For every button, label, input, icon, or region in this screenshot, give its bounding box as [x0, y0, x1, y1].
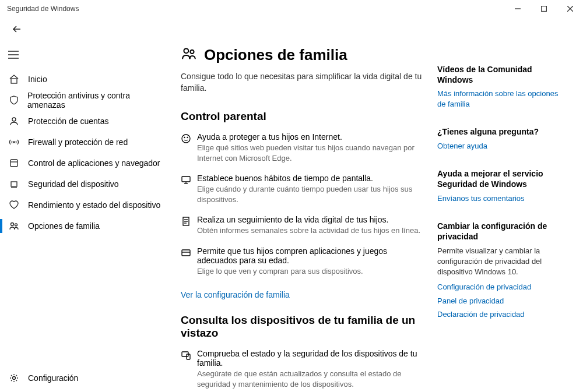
- aside-heading-improve: Ayuda a mejorar el servicio Seguridad de…: [437, 168, 560, 189]
- gear-icon: [8, 372, 20, 384]
- svg-point-18: [184, 48, 188, 53]
- sidebar-item-label: Seguridad del dispositivo: [28, 179, 119, 189]
- devices-icon: [181, 350, 191, 361]
- aside-link-privacy-statement[interactable]: Declaración de privacidad: [437, 309, 560, 320]
- signal-icon: [8, 136, 20, 148]
- svg-point-15: [11, 223, 14, 226]
- link-family-settings[interactable]: Ver la configuración de familia: [181, 290, 290, 299]
- feature-screentime: Establece buenos hábitos de tiempo de pa…: [181, 174, 426, 204]
- sidebar-item-label: Configuración: [28, 373, 78, 383]
- aside-link-privacy-settings[interactable]: Configuración de privacidad: [437, 282, 560, 292]
- sidebar: Inicio Protección antivirus y contra ame…: [0, 41, 163, 392]
- feature-title: Comprueba el estado y la seguridad de lo…: [197, 349, 426, 368]
- aside-link-feedback[interactable]: Envíanos tus comentarios: [437, 193, 560, 204]
- svg-point-22: [187, 137, 188, 138]
- sidebar-item-label: Inicio: [28, 75, 47, 84]
- monitor-icon: [181, 175, 191, 185]
- feature-desc: Asegúrate de que están actualizados y co…: [197, 369, 426, 389]
- svg-point-10: [13, 142, 15, 143]
- heart-icon: [8, 199, 20, 211]
- sidebar-item-label: Rendimiento y estado del dispositivo: [28, 200, 160, 210]
- shield-icon: [8, 94, 19, 106]
- sidebar-item-label: Control de aplicaciones y navegador: [28, 158, 160, 168]
- svg-rect-30: [182, 250, 190, 256]
- feature-internet: Ayuda a proteger a tus hijos en Internet…: [181, 132, 426, 163]
- feature-desc: Elige qué sitios web pueden visitar tus …: [197, 143, 426, 163]
- minimize-button[interactable]: [504, 0, 531, 17]
- sidebar-item-account[interactable]: Protección de cuentas: [0, 111, 163, 132]
- feature-purchases: Permite que tus hijos compren aplicacion…: [181, 246, 426, 277]
- hamburger-menu[interactable]: [0, 43, 163, 66]
- sidebar-item-settings[interactable]: Configuración: [0, 368, 163, 389]
- svg-rect-1: [541, 6, 546, 12]
- sidebar-item-label: Opciones de familia: [28, 221, 100, 231]
- svg-point-16: [15, 224, 17, 226]
- feature-desc: Elige lo que ven y compran para sus disp…: [197, 266, 426, 277]
- person-icon: [8, 115, 20, 127]
- sidebar-item-appcontrol[interactable]: Control de aplicaciones y navegador: [0, 153, 163, 174]
- feature-title: Ayuda a proteger a tus hijos en Internet…: [197, 132, 426, 142]
- sidebar-item-label: Protección antivirus y contra amenazas: [27, 91, 163, 110]
- svg-rect-13: [11, 182, 17, 186]
- svg-point-17: [13, 377, 16, 380]
- page-title: Opciones de familia: [204, 46, 347, 64]
- sidebar-item-device-security[interactable]: Seguridad del dispositivo: [0, 174, 163, 195]
- svg-point-21: [184, 137, 185, 138]
- page-subtitle: Consigue todo lo que necesitas para simp…: [181, 71, 426, 94]
- report-icon: [181, 216, 191, 227]
- aside-link-privacy-panel[interactable]: Panel de privacidad: [437, 296, 560, 306]
- arrow-left-icon: [12, 24, 22, 34]
- smile-icon: [181, 133, 191, 144]
- titlebar: Seguridad de Windows: [0, 0, 583, 17]
- sidebar-item-firewall[interactable]: Firewall y protección de red: [0, 132, 163, 153]
- svg-point-19: [190, 50, 194, 54]
- sidebar-item-performance[interactable]: Rendimiento y estado del dispositivo: [0, 195, 163, 216]
- sidebar-item-label: Protección de cuentas: [28, 116, 109, 126]
- feature-title: Establece buenos hábitos de tiempo de pa…: [197, 174, 426, 183]
- aside-text-privacy: Permite visualizar y cambiar la configur…: [437, 246, 560, 278]
- feature-desc: Elige cuándo y durante cuánto tiempo pue…: [197, 184, 426, 204]
- family-icon: [8, 220, 20, 232]
- card-icon: [181, 248, 191, 258]
- sidebar-item-home[interactable]: Inicio: [0, 69, 163, 90]
- svg-rect-23: [182, 176, 190, 182]
- window-title: Seguridad de Windows: [7, 5, 79, 13]
- menu-icon: [8, 51, 19, 59]
- sidebar-item-family[interactable]: Opciones de familia: [0, 216, 163, 236]
- close-button[interactable]: [557, 0, 583, 17]
- feature-desc: Obtén informes semanales sobre la activi…: [197, 225, 420, 236]
- back-button[interactable]: [8, 20, 26, 38]
- section-heading-parental: Control parental: [181, 110, 426, 123]
- feature-title: Permite que tus hijos compren aplicacion…: [197, 246, 426, 265]
- sidebar-item-virus[interactable]: Protección antivirus y contra amenazas: [0, 90, 163, 111]
- home-icon: [8, 73, 20, 85]
- family-icon: [181, 45, 197, 64]
- aside-heading-question: ¿Tienes alguna pregunta?: [437, 126, 560, 137]
- sidebar-item-label: Firewall y protección de red: [28, 137, 128, 147]
- feature-devices: Comprueba el estado y la seguridad de lo…: [181, 349, 426, 389]
- feature-title: Realiza un seguimiento de la vida digita…: [197, 215, 420, 224]
- svg-point-9: [12, 118, 16, 121]
- section-heading-devices: Consulta los dispositivos de tu familia …: [181, 314, 426, 340]
- svg-rect-8: [11, 79, 17, 83]
- maximize-button[interactable]: [531, 0, 557, 17]
- aside-heading-videos: Vídeos de la Comunidad Windows: [437, 64, 560, 85]
- feature-tracking: Realiza un seguimiento de la vida digita…: [181, 215, 426, 236]
- svg-point-20: [182, 135, 190, 143]
- svg-rect-11: [10, 160, 17, 167]
- chip-icon: [8, 178, 20, 190]
- aside-link-more-info[interactable]: Más información sobre las opciones de fa…: [437, 89, 560, 109]
- aside-heading-privacy: Cambiar la configuración de privacidad: [437, 221, 560, 242]
- aside-link-get-help[interactable]: Obtener ayuda: [437, 141, 560, 151]
- app-icon: [8, 157, 20, 169]
